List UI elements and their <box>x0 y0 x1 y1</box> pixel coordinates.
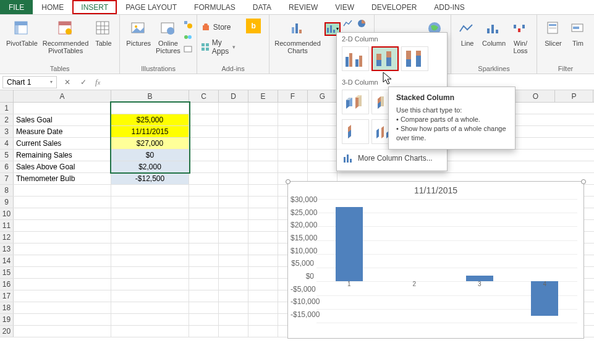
more-column-charts-button[interactable]: More Column Charts... <box>337 149 447 167</box>
cell[interactable] <box>14 103 111 114</box>
col-A[interactable]: A <box>14 90 111 102</box>
table-button[interactable]: Table <box>91 17 116 48</box>
col-O[interactable]: O <box>517 90 555 102</box>
my-apps-button[interactable]: My Apps ▾ <box>201 38 235 56</box>
slicer-button[interactable]: Slicer <box>541 17 566 48</box>
chart-title[interactable]: 11/11/2015 <box>288 182 583 199</box>
column-chart-icon <box>326 24 336 34</box>
pivottable-icon <box>12 19 32 38</box>
row-header[interactable]: 10 <box>0 208 14 219</box>
col-C[interactable]: C <box>189 90 219 102</box>
row-header[interactable]: 5 <box>0 150 14 161</box>
col-D[interactable]: D <box>219 90 248 102</box>
svg-rect-56 <box>416 56 421 67</box>
stacked100-column-thumb[interactable] <box>401 46 428 71</box>
col-B[interactable]: B <box>111 90 189 102</box>
slicer-icon <box>543 19 563 38</box>
svg-rect-26 <box>292 27 294 33</box>
row-header[interactable]: 20 <box>0 326 14 337</box>
tab-view[interactable]: VIEW <box>326 0 363 14</box>
tab-page-layout[interactable]: PAGE LAYOUT <box>117 0 185 14</box>
tab-file[interactable]: FILE <box>0 0 33 14</box>
tab-developer[interactable]: DEVELOPER <box>363 0 425 14</box>
cell[interactable]: Measure Date <box>14 126 111 137</box>
col-F[interactable]: F <box>278 90 308 102</box>
row-header[interactable]: 13 <box>0 243 14 255</box>
enter-formula-button[interactable]: ✓ <box>75 75 91 89</box>
cell[interactable]: -$12,500 <box>111 173 189 184</box>
row-header[interactable]: 9 <box>0 197 14 208</box>
x-axis-labels: 1234 <box>316 281 577 287</box>
svg-rect-47 <box>355 59 359 67</box>
sparkline-winloss-button[interactable]: Win/ Loss <box>508 17 533 56</box>
name-box[interactable]: Chart 1▾ <box>2 76 57 88</box>
svg-point-16 <box>187 23 192 28</box>
sparkline-column-button[interactable]: Column <box>480 17 508 48</box>
pivottable-button[interactable]: PivotTable <box>4 17 40 48</box>
col-E[interactable]: E <box>248 90 278 102</box>
row-header[interactable]: 2 <box>0 114 14 125</box>
svg-rect-45 <box>346 57 349 67</box>
svg-rect-48 <box>359 56 362 67</box>
row-header[interactable]: 11 <box>0 220 14 231</box>
svg-rect-6 <box>96 22 109 34</box>
screenshot-button[interactable] <box>183 44 193 54</box>
clustered-column-thumb[interactable] <box>342 46 369 71</box>
cell[interactable]: Sales Goal <box>14 114 111 125</box>
stacked-column-thumb[interactable] <box>371 46 399 71</box>
row-header[interactable]: 19 <box>0 314 14 325</box>
svg-rect-39 <box>522 25 525 28</box>
namebox-dropdown-icon[interactable]: ▾ <box>50 79 53 85</box>
shapes-icon <box>183 20 193 30</box>
tab-data[interactable]: DATA <box>244 0 280 14</box>
3d-stacked100-thumb[interactable] <box>342 119 369 144</box>
bing-maps-button[interactable]: b <box>242 17 265 36</box>
col-G[interactable]: G <box>308 90 337 102</box>
svg-rect-24 <box>202 48 205 51</box>
tab-home[interactable]: HOME <box>33 0 72 14</box>
fx-icon[interactable]: fx <box>91 77 100 87</box>
shapes-button[interactable] <box>183 20 193 30</box>
sparkline-line-button[interactable]: Line <box>455 17 480 48</box>
row-header[interactable]: 17 <box>0 290 14 302</box>
row-header[interactable]: 12 <box>0 232 14 243</box>
row-header[interactable]: 7 <box>0 173 14 184</box>
apps-icon <box>201 42 210 52</box>
tab-insert[interactable]: INSERT <box>72 0 117 14</box>
pictures-button[interactable]: Pictures <box>124 17 153 48</box>
smartart-icon <box>183 32 193 42</box>
row-header[interactable]: 15 <box>0 267 14 278</box>
cell[interactable]: Current Sales <box>14 138 111 149</box>
cancel-formula-button[interactable]: ✕ <box>59 75 75 89</box>
recommended-pivottables-button[interactable]: Recommended PivotTables <box>40 17 91 56</box>
row-header[interactable]: 1 <box>0 103 14 114</box>
svg-rect-20 <box>203 25 209 30</box>
svg-rect-59 <box>350 159 352 163</box>
store-button[interactable]: Store <box>201 22 235 32</box>
row-header[interactable]: 8 <box>0 185 14 196</box>
row-header[interactable]: 4 <box>0 138 14 149</box>
svg-point-5 <box>66 28 72 35</box>
recommended-charts-button[interactable]: Recommended Charts <box>273 17 322 56</box>
timeline-button[interactable]: Tim <box>566 17 590 48</box>
col-P[interactable]: P <box>555 90 593 102</box>
row-header[interactable]: 6 <box>0 161 14 172</box>
tab-formulas[interactable]: FORMULAS <box>185 0 244 14</box>
row-header[interactable]: 3 <box>0 126 14 137</box>
row-header[interactable]: 14 <box>0 255 14 266</box>
3d-clustered-thumb[interactable] <box>342 90 369 114</box>
embedded-chart[interactable]: 11/11/2015 $30,000$25,000$20,000$15,000$… <box>287 181 584 339</box>
select-all-corner[interactable] <box>0 90 14 102</box>
sparkline-winloss-icon <box>511 19 530 38</box>
cell[interactable]: Remaining Sales <box>14 150 111 161</box>
svg-rect-54 <box>406 59 411 67</box>
cell[interactable]: Themometer Bulb <box>14 173 111 184</box>
row-header[interactable]: 16 <box>0 279 14 290</box>
tab-addins[interactable]: ADD-INS <box>425 0 473 14</box>
row-header[interactable]: 18 <box>0 302 14 313</box>
cell[interactable]: Sales Above Goal <box>14 161 111 172</box>
tab-review[interactable]: REVIEW <box>280 0 326 14</box>
svg-rect-28 <box>299 30 302 33</box>
online-pictures-button[interactable]: Online Pictures <box>153 17 183 56</box>
smartart-button[interactable] <box>183 32 193 42</box>
